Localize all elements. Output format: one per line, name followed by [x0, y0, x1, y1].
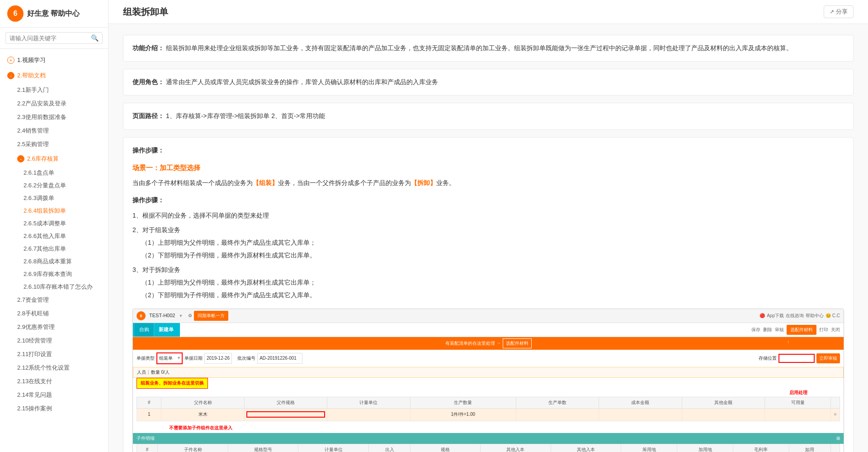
- sim-table2: # 子件名称 规格型号 计量单位 出入 规格 其他入本 其他入本 筹用地 加: [137, 444, 840, 452]
- nav-item-help-header[interactable]: - 2.帮助文档: [0, 68, 108, 83]
- scene1-desc: 当由多个子件材料组装成一个成品的业务为【组装】业务，当由一个父件拆分成多个子产品…: [132, 176, 844, 189]
- td-1-sets: [516, 408, 599, 421]
- td-1-spec-input[interactable]: [246, 411, 325, 418]
- sidebar-item-2-11[interactable]: 2.11打印设置: [0, 347, 108, 361]
- sim-form: 单据类型 组装单 ▼ 单据日期 2019-12-26 批次编号 AD-20191…: [133, 350, 844, 367]
- role-label: 使用角色：: [132, 78, 164, 86]
- sidebar-item-2-6-7[interactable]: 2.6.7其他出库单: [0, 243, 108, 255]
- app-logo: 6: [7, 5, 24, 22]
- sidebar-header: 6 好生意 帮助中心: [0, 0, 108, 28]
- scene1-title: 场景一：加工类型选择: [132, 162, 844, 174]
- sidebar-item-2-2[interactable]: 2.2产品安装及登录: [0, 97, 108, 110]
- sidebar-item-2-1[interactable]: 2.1新手入门: [0, 83, 108, 97]
- share-button[interactable]: ↗ 分享: [824, 5, 854, 18]
- sim-table2-wrap: # 子件名称 规格型号 计量单位 出入 规格 其他入本 其他入本 筹用地 加: [133, 444, 844, 452]
- nav-item-help: - 2.帮助文档 2.1新手入门 2.2产品安装及登录 2.3使用前数据准备 2…: [0, 68, 108, 415]
- sim-table2-label: 子件明细: [137, 434, 155, 442]
- nav-item-help-label: 2.帮助文档: [17, 71, 46, 80]
- sidebar-item-2-4[interactable]: 2.4销售管理: [0, 124, 108, 138]
- share-label: 分享: [836, 8, 848, 16]
- sim-app-logo: 6: [137, 311, 146, 320]
- sidebar-item-2-6-8[interactable]: 2.6.8商品成本重算: [0, 255, 108, 268]
- sidebar-item-2-6-2[interactable]: 2.6.2分量盘点单: [0, 179, 108, 192]
- sim-main-tabs: 自购 新建单: [133, 323, 180, 337]
- search-box: 🔍: [0, 28, 108, 49]
- td-1-other: [682, 408, 764, 421]
- th-cost-amt: 成本金额: [599, 397, 682, 408]
- sidebar-item-2-15[interactable]: 2.15操作案例: [0, 402, 108, 415]
- nav-item-2-6-header[interactable]: - 2.6库存核算: [0, 151, 108, 167]
- ops-title: 操作步骤：: [132, 145, 844, 156]
- td-1-avail: [765, 408, 831, 421]
- sidebar-item-2-5[interactable]: 2.5采购管理: [0, 138, 108, 151]
- sidebar-item-2-6-9[interactable]: 2.6.9库存账本查询: [0, 268, 108, 281]
- nav-item-video-label: 1.视频学习: [17, 56, 46, 64]
- td-1-del[interactable]: ×: [831, 408, 840, 421]
- sub-nav-help: 2.1新手入门 2.2产品安装及登录 2.3使用前数据准备 2.4销售管理 2.…: [0, 83, 108, 415]
- sim-tab-bar: 自购 新建单 保存 删除 审核 选配件材料 打印 关闭: [133, 323, 844, 337]
- sidebar-item-2-12[interactable]: 2.12系统个性化设置: [0, 361, 108, 375]
- annotation2-text: 组装业务、拆卸业务在这里切换: [137, 378, 208, 389]
- th-avail: 可用量: [765, 397, 831, 408]
- sidebar-item-2-6-10[interactable]: 2.6.10库存账本错了怎么办: [0, 281, 108, 293]
- sidebar-item-2-8[interactable]: 2.8手机旺铺: [0, 307, 108, 320]
- sim-storage-input[interactable]: [778, 354, 815, 363]
- sim-action-btn[interactable]: 选配件材料: [787, 325, 816, 335]
- sim-type-input[interactable]: 组装单 ▼: [156, 352, 183, 364]
- sidebar-item-2-7[interactable]: 2.7资金管理: [0, 293, 108, 307]
- td-1-name: 米木: [161, 408, 244, 421]
- sim-tab-zg[interactable]: 自购: [135, 323, 154, 337]
- sim-right-form: 存储位置 立即审核: [759, 353, 840, 363]
- sidebar-item-2-6-1[interactable]: 2.6.1盘点单: [0, 167, 108, 179]
- sidebar-item-2-10[interactable]: 2.10经营管理: [0, 334, 108, 347]
- sim-batch-label: 批次编号: [237, 354, 255, 362]
- sidebar-item-2-3[interactable]: 2.3使用前数据准备: [0, 110, 108, 124]
- sim-screenshot: 6 TEST-H002 ▼ ⚙ 同期单帐一方 🔴 App下载 在线咨询 帮助中心: [132, 309, 844, 452]
- annotation1-text: 有装配清单的在这里处理: [445, 339, 495, 347]
- search-wrap: 🔍: [5, 32, 103, 44]
- sim-table2-icon: ⊞: [836, 434, 840, 442]
- th-num: #: [137, 397, 161, 408]
- collapse-icon-2: -: [7, 72, 14, 79]
- sim-tab-xjd[interactable]: 新建单: [154, 323, 178, 337]
- search-icon[interactable]: 🔍: [91, 34, 99, 42]
- sidebar-item-2-6-4[interactable]: 2.6.4组装拆卸单: [0, 205, 108, 217]
- step2: 2、对于组装业务: [132, 224, 844, 236]
- step3-sub2: （2）下部明细为子件明细，最终作为产成品生成其它入库单。: [142, 289, 844, 301]
- sidebar-item-2-13[interactable]: 2.13在线支付: [0, 375, 108, 388]
- sim-date-label: 单据日期: [184, 354, 203, 362]
- main-header: 组装拆卸单 ↗ 分享: [108, 0, 868, 24]
- th-parent-spec: 父件规格: [244, 397, 327, 408]
- sub-sub-nav-2-6: 2.6.1盘点单 2.6.2分量盘点单 2.6.3调拨单 2.6.4组装拆卸单 …: [0, 167, 108, 293]
- feature-intro-label: 功能介绍：: [132, 44, 164, 52]
- search-input[interactable]: [9, 35, 91, 42]
- sim-storage-label: 存储位置: [759, 354, 777, 362]
- feature-intro-box: 功能介绍： 组装拆卸单用来处理企业组装或拆卸等加工业务，支持有固定装配清单的产品…: [123, 35, 854, 62]
- annotation-bar: 有装配清单的在这里处理 → 选配件材料 ↓: [133, 337, 844, 350]
- sim-type-label: 单据类型: [137, 354, 155, 362]
- sidebar-item-2-9[interactable]: 2.9优惠券管理: [0, 320, 108, 334]
- sim-date-input[interactable]: 2019-12-26: [204, 353, 232, 364]
- sidebar-item-2-14[interactable]: 2.14常见问题: [0, 388, 108, 402]
- nav-item-video: + 1.视频学习: [0, 52, 108, 68]
- sim-icons: 🔴 App下载 在线咨询 帮助中心 😊 C.C: [760, 312, 840, 320]
- app-name: 好生意 帮助中心: [27, 9, 80, 19]
- step2-subs: （1）上部明细为父件明细，最终作为产成品生成其它入库单； （2）下部明细为子件明…: [142, 236, 844, 262]
- td-1-qty: 1件/件=1.00: [410, 408, 516, 421]
- nav-item-video-header[interactable]: + 1.视频学习: [0, 52, 108, 68]
- annotation4-text: 不需要添加子件组件在这里录入: [169, 423, 844, 433]
- sim-select-btn[interactable]: 选配件材料: [503, 338, 532, 348]
- sim-confirm-btn[interactable]: 立即审核: [816, 353, 840, 363]
- th-unit: 计量单位: [327, 397, 410, 408]
- step2-sub1: （1）上部明细为父件明细，最终作为产成品生成其它入库单；: [142, 236, 844, 249]
- td-1-unit: [327, 408, 410, 421]
- sidebar-item-2-6-6[interactable]: 2.6.6其他入库单: [0, 230, 108, 243]
- sim-table2-header: 子件明细 ⊞: [133, 433, 844, 444]
- table-row-1: 1 米木 1件/件=1.00: [137, 408, 840, 421]
- sidebar-item-2-6-5[interactable]: 2.6.5成本调整单: [0, 217, 108, 230]
- role-box: 使用角色： 通常由生产人员或库管人员完成拆装业务的操作，库管人员确认原材料的出库…: [123, 69, 854, 95]
- sim-tab-actions: 保存 删除 审核 选配件材料 打印 关闭: [180, 325, 844, 335]
- sidebar-item-2-6-3[interactable]: 2.6.3调拨单: [0, 192, 108, 205]
- sim-new-btn[interactable]: 同期单帐一方: [194, 311, 228, 321]
- sim-batch-input[interactable]: AD-20191226-001: [257, 353, 302, 364]
